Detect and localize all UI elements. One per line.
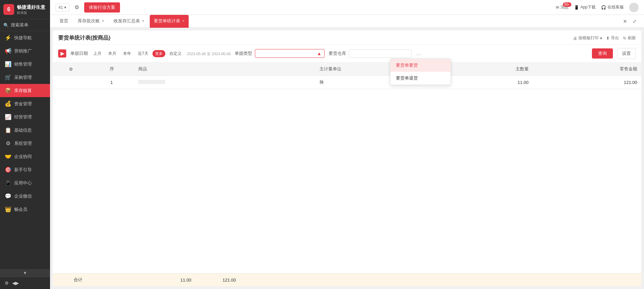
page-actions: 🖨 按模板打印 ▾ ⬆ 导出 ↻ 刷新 <box>573 35 636 41</box>
sidebar-item-label: 销售管理 <box>14 61 32 67</box>
dropdown-item-order-goods[interactable]: 要货单要货 <box>390 59 451 72</box>
sidebar-item-label: 库存核算 <box>14 88 32 94</box>
sidebar-item-cooperation[interactable]: 🤝 企业协同 <box>0 150 50 163</box>
table-settings-button[interactable]: 设置 <box>617 48 636 59</box>
sidebar-search[interactable]: 🔍 搜索菜单 <box>0 19 50 31</box>
tab-receive-summary-close[interactable]: × <box>142 19 144 23</box>
tab-home-label: 首页 <box>59 18 68 24</box>
online-service-icon: 🎧 <box>601 5 606 10</box>
sidebar-item-operations[interactable]: 📈 经营管理 <box>0 110 50 124</box>
tab-order-stats[interactable]: 要货单统计表 × <box>150 15 189 28</box>
warehouse-filter-group: 要货仓库 … <box>329 49 421 58</box>
chevron-down-icon: ▾ <box>600 36 602 41</box>
date-pill-week7[interactable]: 近7天 <box>135 50 151 58</box>
query-button[interactable]: 查询 <box>592 48 613 59</box>
sidebar-item-guide[interactable]: 🎯 新手引导 <box>0 163 50 176</box>
date-pill-current[interactable]: 本月 <box>105 50 119 58</box>
type-input-group[interactable]: ▲ <box>255 49 325 58</box>
app-download-item[interactable]: 📱 App下载 <box>574 4 596 10</box>
footer-qty: 11.00 <box>151 277 191 283</box>
sidebar-item-member[interactable]: 👑 畅会员 <box>0 203 50 216</box>
print-template-button[interactable]: 🖨 按模板打印 ▾ <box>573 35 602 41</box>
tab-home[interactable]: 首页 <box>55 15 72 28</box>
sidebar-item-finance[interactable]: 💰 资金管理 <box>0 97 50 110</box>
type-input[interactable] <box>258 51 315 56</box>
sidebar-item-wechat[interactable]: 💬 企业微信 <box>0 190 50 203</box>
online-service-item[interactable]: 🎧 在线客服 <box>601 4 624 10</box>
date-pill-previous[interactable]: 上月 <box>91 50 104 58</box>
date-pill-more[interactable]: 更多 <box>152 50 165 57</box>
sidebar-item-label: 营销推广 <box>14 48 32 54</box>
tab-expand-button[interactable]: ⤢ <box>630 17 639 25</box>
type-chevron-icon[interactable]: ▲ <box>317 51 321 56</box>
table-header-row: ⚙ 序 商品 主计量单位 主数量 零售金额 <box>53 63 641 76</box>
date-pills: 上月 本月 本年 近7天 更多 自定义 <box>91 50 184 58</box>
tab-order-stats-label: 要货单统计表 <box>154 18 180 24</box>
warehouse-filter-label: 要货仓库 <box>329 50 346 57</box>
topbar-right: ✉ 消息 99+ 📱 App下载 🎧 在线客服 <box>556 3 639 12</box>
refresh-icon: ↻ <box>623 36 626 41</box>
sidebar-item-system[interactable]: ⚙ 系统管理 <box>0 137 50 150</box>
warehouse-input[interactable] <box>352 51 409 56</box>
chevron-down-icon: ▾ <box>64 5 66 10</box>
search-icon: 🔍 <box>3 23 9 28</box>
row-amount-cell: 121.00 <box>533 76 641 89</box>
sidebar-item-marketing[interactable]: 📢 营销推广 <box>0 44 50 58</box>
main-content: 41 ▾ ⚙ 体验行业方案 ✉ 消息 99+ 📱 App下载 🎧 在线客服 <box>50 0 644 289</box>
row-settings-cell <box>53 76 89 89</box>
sidebar-item-sales[interactable]: 📊 销售管理 <box>0 58 50 71</box>
filter-more-button[interactable]: … <box>416 50 421 57</box>
refresh-button[interactable]: ↻ 刷新 <box>623 35 636 41</box>
sidebar-nav: ⚡ 快捷导航 📢 营销推广 📊 销售管理 🛒 采购管理 📦 库存核算 💰 资金管… <box>0 31 50 269</box>
date-pill-year[interactable]: 本年 <box>120 50 134 58</box>
sidebar-item-label: 应用中心 <box>14 180 32 186</box>
tab-receive-summary[interactable]: 收发存汇总表 × <box>110 15 148 28</box>
type-dropdown: 要货单要货 要货单退货 <box>390 59 451 85</box>
app-download-label: App下载 <box>580 4 596 10</box>
marketing-icon: 📢 <box>5 48 11 54</box>
dropdown-item-order-return[interactable]: 要货单退货 <box>390 72 451 85</box>
sidebar-scroll-down[interactable]: ▼ <box>0 269 50 277</box>
sidebar-item-label: 基础信息 <box>14 127 32 133</box>
sidebar-item-label: 采购管理 <box>14 74 32 81</box>
sidebar-settings-icon[interactable]: ⚙ <box>5 281 9 286</box>
finance-icon: 💰 <box>5 101 11 107</box>
tab-batch-stock-close[interactable]: × <box>102 19 104 23</box>
sidebar-collapse-icon[interactable]: ◀▶ <box>12 281 19 286</box>
topbar: 41 ▾ ⚙ 体验行业方案 ✉ 消息 99+ 📱 App下载 🎧 在线客服 <box>50 0 644 15</box>
purchase-icon: 🛒 <box>5 74 11 81</box>
messages-badge: 99+ <box>563 2 571 7</box>
sidebar-item-quick-nav[interactable]: ⚡ 快捷导航 <box>0 31 50 44</box>
type-filter-label: 单据类型 <box>235 50 252 57</box>
print-icon: 🖨 <box>573 36 577 41</box>
col-header-settings[interactable]: ⚙ <box>53 63 89 76</box>
sidebar-item-inventory[interactable]: 📦 库存核算 <box>0 84 50 97</box>
sidebar-bottom: ⚙ ◀▶ <box>0 277 50 289</box>
warehouse-input-group[interactable] <box>349 49 412 58</box>
filter-expand-button[interactable]: ▶ <box>58 49 66 58</box>
topbar-settings-icon[interactable]: ⚙ <box>72 3 81 12</box>
tab-order-stats-close[interactable]: × <box>182 19 185 23</box>
messages-item[interactable]: ✉ 消息 99+ <box>556 4 569 10</box>
type-filter-group: 单据类型 ▲ 要货单要货 要货单退货 <box>235 49 325 58</box>
user-avatar[interactable] <box>629 3 639 12</box>
col-header-product: 商品 <box>134 63 315 76</box>
date-pill-custom[interactable]: 自定义 <box>167 50 184 58</box>
page-header: 要货单统计表(按商品) 🖨 按模板打印 ▾ ⬆ 导出 ↻ 刷新 <box>53 30 641 45</box>
date-filter-label: 单据日期 <box>70 50 88 57</box>
tab-close-all-button[interactable]: ✕ <box>621 17 629 25</box>
export-button[interactable]: ⬆ 导出 <box>606 35 619 41</box>
app-center-icon: 📱 <box>5 180 11 186</box>
tab-batch-stock[interactable]: 库存批次账 × <box>74 15 108 28</box>
member-icon: 👑 <box>5 206 11 213</box>
sidebar-item-label: 资金管理 <box>14 101 32 107</box>
store-name: 41 <box>58 5 63 10</box>
trial-button[interactable]: 体验行业方案 <box>84 2 120 13</box>
sidebar-item-label: 系统管理 <box>14 140 32 147</box>
sidebar-item-label: 快捷导航 <box>14 35 32 41</box>
sidebar-item-label: 经营管理 <box>14 114 32 120</box>
store-selector[interactable]: 41 ▾ <box>55 3 69 12</box>
sidebar-item-basics[interactable]: 📋 基础信息 <box>0 124 50 137</box>
sidebar-item-purchase[interactable]: 🛒 采购管理 <box>0 71 50 84</box>
sidebar-item-app-center[interactable]: 📱 应用中心 <box>0 176 50 190</box>
